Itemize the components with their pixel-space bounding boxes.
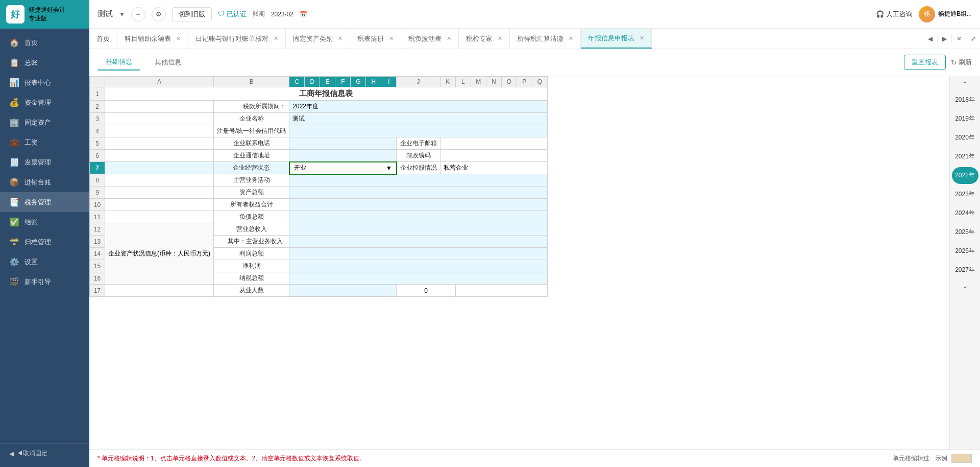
sidebar-item-tax[interactable]: 📑税务管理 [0, 192, 89, 212]
tab-expand-btn[interactable]: ⤢ [966, 35, 980, 42]
cell-6c[interactable] [289, 150, 397, 162]
topbar-old-version-btn[interactable]: 切到旧版 [172, 7, 212, 21]
cell-17c[interactable] [289, 285, 397, 297]
year-2027[interactable]: 2027年 [952, 262, 978, 278]
tab-tax-expert[interactable]: 税检专家 ✕ [459, 29, 510, 49]
col-header-p[interactable]: P [517, 77, 532, 87]
cell-5c[interactable] [289, 137, 397, 150]
tab-close-journal[interactable]: ✕ [274, 35, 278, 42]
cell-6k[interactable] [440, 150, 547, 162]
calendar-icon[interactable]: 📅 [300, 11, 307, 18]
tab-close-tax-return[interactable]: ✕ [389, 35, 394, 42]
col-header-a[interactable]: A [105, 77, 214, 87]
sidebar-item-stock[interactable]: 📦进销台账 [0, 172, 89, 192]
sidebar-item-guide[interactable]: 🎬新手引导 [0, 272, 89, 292]
tab-annual-report[interactable]: 年报信息申报表 ✕ [581, 29, 652, 49]
col-header-q[interactable]: Q [532, 77, 547, 87]
cell-3c[interactable]: 测试 [289, 113, 548, 125]
tab-close-fixed-asset[interactable]: ✕ [338, 35, 342, 42]
col-header-d[interactable]: D [305, 77, 320, 87]
year-scroll-up[interactable]: ⌃ [960, 78, 970, 90]
tab-close-aux-balance[interactable]: ✕ [176, 35, 181, 42]
col-header-h[interactable]: H [366, 77, 381, 87]
cell-2c[interactable]: 2022年度 [289, 101, 548, 113]
tab-tax-return[interactable]: 税表清册 ✕ [350, 29, 401, 49]
cell-13c[interactable] [289, 236, 548, 248]
sidebar-item-settings[interactable]: ⚙️设置 [0, 252, 89, 272]
year-2021[interactable]: 2021年 [952, 148, 978, 165]
topbar-user[interactable]: 畅 畅捷通B组... [919, 6, 972, 22]
year-2018[interactable]: 2018年 [952, 91, 978, 108]
status-note: * 单元格编辑说明：1、点击单元格直接录入数值或文本。2、清空单元格数值或文本恢… [97, 454, 365, 463]
tab-close-annual[interactable]: ✕ [640, 35, 644, 41]
cell-title[interactable]: 工商年报信息表 [105, 87, 548, 101]
cell-4c[interactable] [289, 125, 548, 137]
cell-10c[interactable] [289, 199, 548, 211]
cell-17j[interactable]: 0 [397, 285, 456, 297]
col-header-n[interactable]: N [486, 77, 501, 87]
col-header-k[interactable]: K [440, 77, 455, 87]
sidebar-item-salary[interactable]: 💼工资 [0, 132, 89, 152]
sheet-tab-basic[interactable]: 基础信息 [97, 54, 140, 71]
tab-tax-burden[interactable]: 税负波动表 ✕ [401, 29, 459, 49]
cell-5k[interactable] [440, 137, 547, 150]
cell-11c[interactable] [289, 211, 548, 223]
year-2023[interactable]: 2023年 [952, 186, 978, 203]
year-2020[interactable]: 2020年 [952, 129, 978, 146]
sidebar-item-ledger[interactable]: 📋总账 [0, 53, 89, 73]
topbar-settings-btn[interactable]: ⚙ [152, 7, 166, 21]
cell-8c[interactable] [289, 174, 548, 186]
col-header-l[interactable]: L [455, 77, 471, 87]
row-num-13: 13 [90, 236, 105, 248]
cell-9c[interactable] [289, 186, 548, 199]
cell-12c[interactable] [289, 223, 548, 236]
sheet-tab-other[interactable]: 其他信息 [146, 55, 189, 70]
refresh-btn[interactable]: ↻ 刷新 [951, 55, 972, 70]
col-header-c[interactable]: C [289, 77, 305, 87]
col-header-o[interactable]: O [501, 77, 517, 87]
tab-fixed-asset[interactable]: 固定资产类别 ✕ [286, 29, 350, 49]
cell-15c[interactable] [289, 260, 548, 272]
year-2025[interactable]: 2025年 [952, 224, 978, 241]
tab-prev-btn[interactable]: ◀ [923, 35, 937, 42]
topbar-add-btn[interactable]: ＋ [131, 7, 145, 21]
topbar-dropdown-btn[interactable]: ▼ [119, 11, 125, 18]
col-header-f[interactable]: F [335, 77, 351, 87]
sidebar-item-report[interactable]: 📊报表中心 [0, 73, 89, 92]
sidebar-item-fund[interactable]: 💰资金管理 [0, 92, 89, 112]
spreadsheet-wrapper[interactable]: A B C D E F G H I J [89, 76, 949, 449]
col-header-e[interactable]: E [320, 77, 335, 87]
col-header-i[interactable]: I [381, 77, 397, 87]
tab-close-tax-burden[interactable]: ✕ [447, 35, 451, 42]
tab-income-tax[interactable]: 所得税汇算清缴 ✕ [510, 29, 581, 49]
tab-next-btn[interactable]: ▶ [937, 35, 951, 42]
year-2019[interactable]: 2019年 [952, 110, 978, 127]
cell-17l[interactable] [455, 285, 547, 297]
year-2024[interactable]: 2024年 [952, 205, 978, 222]
sidebar-item-asset[interactable]: 🏢固定资产 [0, 112, 89, 132]
tab-aux-balance[interactable]: 科目辅助余额表 ✕ [117, 29, 188, 49]
cell-7c[interactable]: 开业 ▼ [289, 162, 397, 174]
sidebar-collapse-btn[interactable]: ◀ ◀取消固定 [0, 443, 89, 463]
cell-7k[interactable]: 私营企业 [440, 162, 547, 174]
col-header-m[interactable]: M [471, 77, 486, 87]
sidebar-item-invoice[interactable]: 🧾发票管理 [0, 152, 89, 172]
tab-close-tax-expert[interactable]: ✕ [498, 35, 502, 42]
tab-journal-bank[interactable]: 日记账与银行对账单核对 ✕ [188, 29, 286, 49]
topbar-service-btn[interactable]: 🎧 人工咨询 [876, 10, 913, 19]
tab-close-all-btn[interactable]: ✕ [951, 35, 966, 42]
col-header-b[interactable]: B [214, 77, 289, 87]
sidebar-item-settle[interactable]: ✅结账 [0, 212, 89, 232]
col-header-g[interactable]: G [351, 77, 366, 87]
year-scroll-down[interactable]: ⌄ [960, 279, 970, 292]
tab-close-income-tax[interactable]: ✕ [569, 35, 573, 42]
col-header-j[interactable]: J [397, 77, 440, 87]
reset-report-btn[interactable]: 重置报表 [904, 55, 946, 70]
sidebar-item-archive[interactable]: 🗃️归档管理 [0, 232, 89, 252]
year-2026[interactable]: 2026年 [952, 243, 978, 260]
sidebar-item-home[interactable]: 🏠首页 [0, 33, 89, 53]
year-2022[interactable]: 2022年 [952, 167, 978, 184]
tab-home[interactable]: 首页 [89, 29, 117, 49]
cell-16c[interactable] [289, 272, 548, 285]
cell-14c[interactable] [289, 248, 548, 260]
